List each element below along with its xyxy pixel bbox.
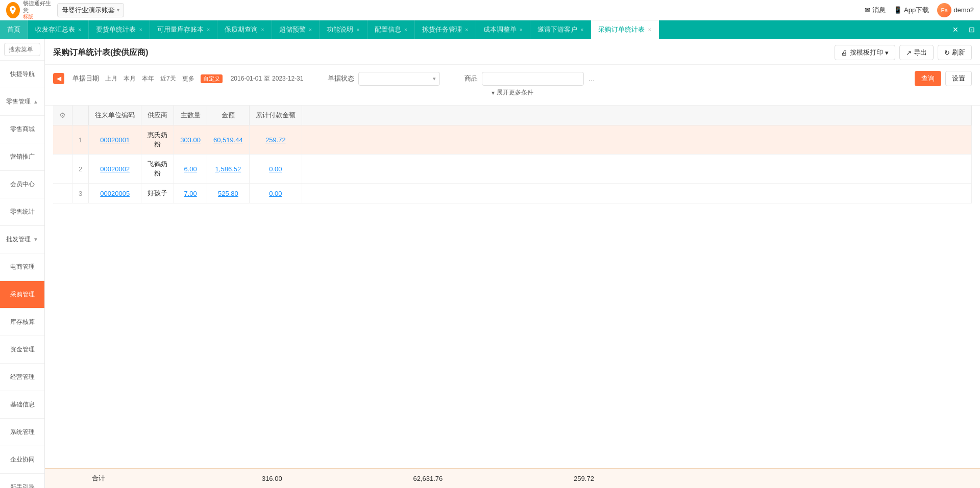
goods-filter: 商品 … (464, 72, 595, 86)
tab-warranty[interactable]: 保质期查询 × (217, 20, 272, 39)
sidebar-item-retail-store[interactable]: 零售商城 (0, 116, 44, 143)
tab-config[interactable]: 配置信息 × (368, 20, 415, 39)
row2-extra (302, 155, 971, 184)
app-download-btn[interactable]: 📱 App下载 (894, 6, 929, 15)
sidebar-item-member[interactable]: 会员中心 (0, 171, 44, 198)
expand-icon: ▾ (492, 89, 495, 96)
date-filter: 单据日期 上月 本月 本年 近7天 更多 自定义 (72, 73, 223, 84)
restore-window-btn[interactable]: ⊡ (964, 20, 980, 39)
tab-purchase-stat-close[interactable]: × (648, 27, 651, 33)
row3-paid-amount[interactable]: 0.00 (249, 184, 302, 203)
col-main-qty: 主数量 (174, 106, 207, 125)
tab-available-close[interactable]: × (207, 27, 210, 33)
sidebar-item-nav-shortcut[interactable]: 快捷导航 (0, 61, 44, 88)
row1-paid-amount[interactable]: 259.72 (249, 125, 302, 155)
table-row[interactable]: 1 00020001 惠氏奶粉 303.00 60,519.44 259.72 (53, 125, 972, 155)
tab-function-close[interactable]: × (356, 27, 359, 33)
date-shortcut-last-month[interactable]: 上月 (103, 73, 119, 84)
row3-extra (302, 184, 971, 203)
date-start[interactable]: 2016-01-01 (231, 75, 262, 82)
row1-amount[interactable]: 60,519.44 (207, 125, 250, 155)
table-row[interactable]: 3 00020005 好孩子 7.00 525.80 0.00 (53, 184, 972, 203)
close-window-btn[interactable]: ✕ (947, 20, 964, 39)
tab-invite[interactable]: 邀请下游客户 × (530, 20, 591, 39)
tab-available[interactable]: 可用量库存账本 × (150, 20, 217, 39)
date-end[interactable]: 2023-12-31 (272, 75, 303, 82)
export-btn[interactable]: ↗ 导出 (899, 45, 934, 60)
inventory-label: 库存核算 (10, 318, 35, 326)
status-select[interactable] (358, 72, 440, 86)
layout: 快捷导航 零售管理 ▲ 零售商城 营销推广 会员中心 零售统计 批发管理 ▼ 电… (0, 39, 980, 488)
sidebar-item-ecommerce[interactable]: 电商管理 (0, 253, 44, 281)
date-shortcuts: 上月 本月 本年 近7天 更多 (103, 73, 197, 84)
goods-input[interactable] (482, 72, 584, 86)
col-settings[interactable]: ⚙ (53, 106, 72, 125)
row2-main-qty[interactable]: 6.00 (174, 155, 207, 184)
sidebar-item-basic[interactable]: 基础信息 (0, 391, 44, 419)
row1-unit-code[interactable]: 00020001 (89, 125, 141, 155)
sidebar-item-newbie[interactable]: 新手引导 (0, 474, 44, 488)
row2-paid-amount[interactable]: 0.00 (249, 155, 302, 184)
row2-unit-code[interactable]: 00020002 (89, 155, 141, 184)
finance-label: 资金管理 (10, 345, 35, 354)
expand-more-btn[interactable]: ▾ 展开更多条件 (492, 88, 533, 97)
user-profile[interactable]: Ea demo2 (937, 3, 974, 17)
tab-invite-close[interactable]: × (580, 27, 583, 33)
tab-cost-close[interactable]: × (520, 27, 523, 33)
tab-requisition[interactable]: 要货单统计表 × (89, 20, 150, 39)
sidebar-item-retail-stat[interactable]: 零售统计 (0, 198, 44, 226)
table-row[interactable]: 2 00020002 飞鹤奶粉 6.00 1,586.52 0.00 (53, 155, 972, 184)
sidebar-item-system[interactable]: 系统管理 (0, 419, 44, 446)
tab-function[interactable]: 功能说明 × (320, 20, 367, 39)
message-btn[interactable]: ✉ 消息 (865, 6, 886, 15)
date-shortcut-more[interactable]: 更多 (180, 73, 197, 84)
query-btn[interactable]: 查询 (915, 71, 941, 86)
row3-settings (53, 184, 72, 203)
collapse-filter-btn[interactable]: ◀ (53, 73, 64, 84)
tab-picking[interactable]: 拣货任务管理 × (415, 20, 476, 39)
date-shortcut-7days[interactable]: 近7天 (158, 73, 178, 84)
sidebar-item-purchase[interactable]: 采购管理 (0, 281, 44, 309)
marketing-label: 营销推广 (10, 152, 35, 161)
row3-unit-code[interactable]: 00020005 (89, 184, 141, 203)
tab-overstock[interactable]: 超储预警 × (272, 20, 320, 39)
store-selector[interactable]: 母婴行业演示账套 ▾ (57, 3, 124, 17)
sidebar-item-operations[interactable]: 经营管理 (0, 364, 44, 391)
tab-collect[interactable]: 收发存汇总表 × (28, 20, 89, 39)
tab-purchase-stat[interactable]: 采购订单统计表 × (591, 20, 658, 39)
sidebar-item-marketing[interactable]: 营销推广 (0, 143, 44, 171)
row3-amount[interactable]: 525.80 (207, 184, 250, 203)
tab-warranty-close[interactable]: × (261, 27, 264, 33)
sidebar-item-inventory[interactable]: 库存核算 (0, 309, 44, 336)
sidebar-item-wholesale[interactable]: 批发管理 ▼ (0, 226, 44, 253)
tab-home[interactable]: 首页 (0, 20, 28, 39)
sidebar-item-enterprise[interactable]: 企业协同 (0, 446, 44, 474)
row1-main-qty[interactable]: 303.00 (174, 125, 207, 155)
tab-picking-close[interactable]: × (465, 27, 468, 33)
print-btn[interactable]: 🖨 按模板打印 ▾ (835, 45, 895, 60)
sidebar-item-finance[interactable]: 资金管理 (0, 336, 44, 364)
logo-text: 畅捷通好生意 标版 (23, 0, 51, 19)
tab-overstock-close[interactable]: × (309, 27, 312, 33)
sidebar-item-retail-mgmt[interactable]: 零售管理 ▲ (0, 88, 44, 116)
filter-row-main: ◀ 单据日期 上月 本月 本年 近7天 更多 自定义 2016-01- (53, 71, 972, 86)
footer-amount: 62,631.76 (350, 475, 506, 482)
sidebar-search-container (0, 39, 44, 61)
ecommerce-label: 电商管理 (10, 263, 35, 271)
tab-config-close[interactable]: × (404, 27, 407, 33)
row2-amount[interactable]: 1,586.52 (207, 155, 250, 184)
phone-icon: 📱 (894, 6, 902, 14)
settings-btn[interactable]: 设置 (945, 71, 972, 86)
date-shortcut-this-month[interactable]: 本月 (121, 73, 138, 84)
row2-supplier: 飞鹤奶粉 (141, 155, 174, 184)
system-label: 系统管理 (10, 428, 35, 436)
tab-requisition-close[interactable]: × (139, 27, 142, 33)
search-input[interactable] (4, 43, 40, 56)
table-settings-icon[interactable]: ⚙ (59, 111, 66, 119)
tab-cost[interactable]: 成本调整单 × (476, 20, 530, 39)
row3-main-qty[interactable]: 7.00 (174, 184, 207, 203)
tab-collect-close[interactable]: × (78, 27, 81, 33)
date-shortcut-this-year[interactable]: 本年 (140, 73, 156, 84)
refresh-btn[interactable]: ↻ 刷新 (938, 45, 972, 60)
goods-more-icon[interactable]: … (588, 75, 595, 83)
